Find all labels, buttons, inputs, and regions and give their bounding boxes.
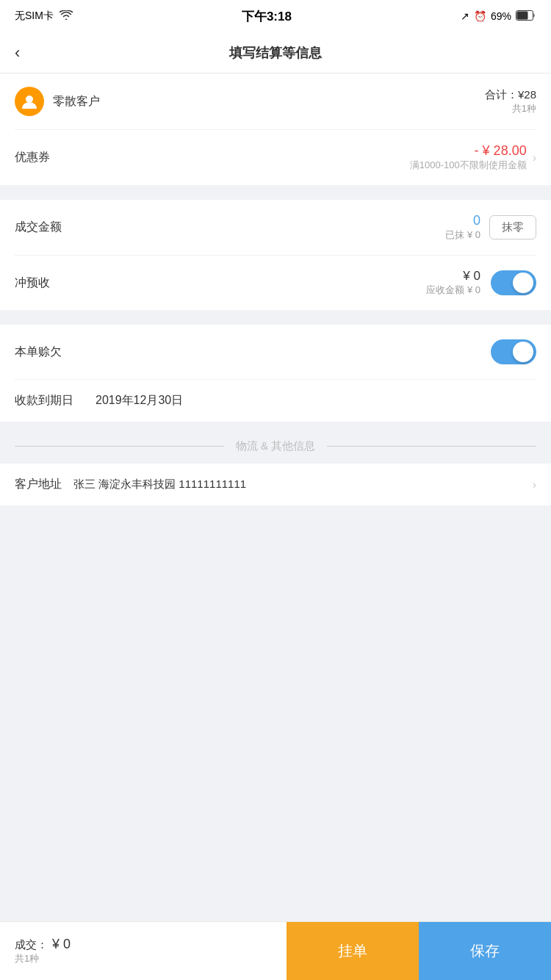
- due-date-label: 收款到期日: [15, 393, 73, 408]
- debt-section: 本单赊欠 收款到期日 2019年12月30日: [0, 325, 551, 422]
- coupon-right-text: - ¥ 28.00 满1000-100不限制使用金额: [410, 143, 527, 172]
- deal-amount-label: 成交金额: [15, 220, 62, 235]
- coupon-label: 优惠券: [15, 150, 50, 165]
- prepayment-values: ¥ 0 应收金额 ¥ 0: [426, 269, 480, 297]
- status-bar: 无SIM卡 下午3:18 ↗ ⏰ 69%: [0, 0, 551, 32]
- battery-icon: [516, 10, 536, 23]
- svg-rect-1: [516, 11, 527, 19]
- prepayment-label: 冲预收: [15, 275, 50, 291]
- wifi-icon: [60, 10, 73, 23]
- round-zero-button[interactable]: 抹零: [489, 215, 536, 239]
- svg-point-2: [26, 96, 33, 103]
- alarm-icon: ⏰: [474, 10, 486, 22]
- coupon-desc: 满1000-100不限制使用金额: [410, 159, 527, 172]
- status-left: 无SIM卡: [15, 10, 73, 23]
- logistics-line-left: [15, 446, 224, 447]
- deal-amount-right: 0 已抹 ¥ 0 抹零: [445, 213, 536, 242]
- bottom-info: 成交： ¥ 0 共1种: [0, 937, 287, 965]
- debt-row: 本单赊欠: [0, 325, 551, 379]
- page-title: 填写结算等信息: [229, 44, 322, 62]
- bottom-bar: 成交： ¥ 0 共1种 挂单 保存: [0, 921, 551, 980]
- deal-amount-sub: 已抹 ¥ 0: [445, 228, 480, 242]
- prepayment-amount: ¥ 0: [426, 269, 480, 284]
- nav-bar: ‹ 填写结算等信息: [0, 32, 551, 73]
- coupon-row[interactable]: 优惠券 - ¥ 28.00 满1000-100不限制使用金额 ›: [0, 130, 551, 185]
- deal-amount-row: 成交金额 0 已抹 ¥ 0 抹零: [0, 200, 551, 255]
- logistics-label: 物流 & 其他信息: [224, 439, 327, 453]
- debt-toggle-knob: [513, 342, 533, 362]
- due-date-value: 2019年12月30日: [96, 393, 183, 408]
- coupon-chevron-icon: ›: [533, 151, 536, 165]
- content: 零散客户 合计：¥28 共1种 优惠券 - ¥ 28.00 满1000-100不…: [0, 73, 551, 579]
- address-value: 张三 海淀永丰科技园 11111111111: [66, 478, 533, 491]
- customer-name: 零散客户: [53, 94, 100, 109]
- customer-total: 合计：¥28: [485, 88, 536, 102]
- bottom-deal-label: 成交：: [15, 938, 48, 952]
- logistics-sep: 物流 & 其他信息: [0, 429, 551, 464]
- deal-amount-section: 成交金额 0 已抹 ¥ 0 抹零 冲预收 ¥ 0 应收金额 ¥ 0: [0, 200, 551, 310]
- customer-row: 零散客户 合计：¥28 共1种: [0, 73, 551, 129]
- customer-count: 共1种: [485, 102, 536, 115]
- customer-right: 合计：¥28 共1种: [485, 88, 536, 115]
- toggle-knob: [513, 273, 533, 293]
- debt-toggle[interactable]: [491, 339, 536, 364]
- signal-text: 无SIM卡: [15, 10, 54, 23]
- save-button[interactable]: 保存: [419, 922, 551, 981]
- bottom-deal-value: ¥ 0: [52, 937, 71, 952]
- gray-sep-2: [0, 317, 551, 325]
- status-time: 下午3:18: [242, 8, 292, 25]
- location-icon: ↗: [461, 10, 469, 22]
- deal-amount-value: 0: [445, 213, 480, 228]
- coupon-amount: - ¥ 28.00: [410, 143, 527, 159]
- coupon-right: - ¥ 28.00 满1000-100不限制使用金额 ›: [410, 143, 536, 172]
- prepayment-toggle[interactable]: [491, 270, 536, 295]
- gray-sep-1: [0, 192, 551, 200]
- customer-left: 零散客户: [15, 87, 100, 116]
- address-label: 客户地址: [15, 477, 66, 492]
- customer-avatar: [15, 87, 44, 116]
- prepayment-right: ¥ 0 应收金额 ¥ 0: [426, 269, 536, 297]
- deal-amount-col: 0 已抹 ¥ 0: [445, 213, 480, 242]
- battery-text: 69%: [491, 10, 511, 22]
- prepayment-row: 冲预收 ¥ 0 应收金额 ¥ 0: [0, 256, 551, 310]
- address-chevron-icon: ›: [533, 478, 536, 491]
- bottom-count: 共1种: [15, 952, 272, 965]
- prepayment-sub: 应收金额 ¥ 0: [426, 284, 480, 297]
- address-row[interactable]: 客户地址 张三 海淀永丰科技园 11111111111 ›: [0, 464, 551, 505]
- address-section: 客户地址 张三 海淀永丰科技园 11111111111 ›: [0, 464, 551, 505]
- back-button[interactable]: ‹: [15, 43, 20, 62]
- customer-section: 零散客户 合计：¥28 共1种 优惠券 - ¥ 28.00 满1000-100不…: [0, 73, 551, 185]
- debt-label: 本单赊欠: [15, 345, 62, 360]
- logistics-line-right: [327, 446, 536, 447]
- status-right: ↗ ⏰ 69%: [461, 10, 536, 23]
- bottom-left-info: 成交： ¥ 0: [15, 937, 272, 952]
- hang-order-button[interactable]: 挂单: [287, 922, 419, 981]
- due-date-row: 收款到期日 2019年12月30日: [0, 380, 551, 422]
